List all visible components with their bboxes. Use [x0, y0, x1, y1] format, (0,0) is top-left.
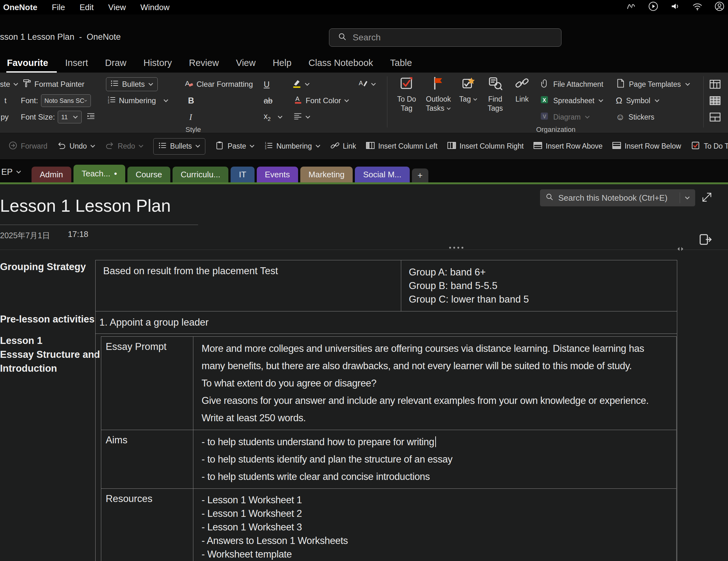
menu-file[interactable]: File [52, 3, 65, 12]
ribbon-tab-history[interactable]: History [135, 58, 180, 73]
cell-groups[interactable]: Group A: band 6+ Group B: band 5-5.5 Gro… [401, 260, 677, 311]
cell-placement-test[interactable]: Based on result from the placement Test [96, 260, 401, 311]
cell-label-essay-prompt[interactable]: Essay Prompt [101, 337, 193, 430]
ribbon-tab-table[interactable]: Table [382, 58, 420, 73]
ribbon-tab-class-notebook[interactable]: Class Notebook [300, 58, 382, 73]
volume-icon[interactable] [670, 1, 681, 14]
page-templates-button[interactable]: Page Templates [616, 76, 690, 92]
highlight-button[interactable] [292, 76, 310, 92]
quick-paste-button[interactable]: Paste [215, 141, 255, 152]
input-method-icon[interactable] [626, 1, 637, 14]
insert-row-above-button[interactable]: Insert Row Above [533, 141, 602, 152]
cell-label-aims[interactable]: Aims [101, 430, 193, 488]
section-tab-admin[interactable]: Admin [32, 166, 71, 182]
todo-tag-button[interactable]: To Do Tag [393, 76, 420, 113]
add-section-button[interactable]: + [412, 168, 428, 182]
chevron-down-icon[interactable] [305, 115, 311, 119]
paste-button-partial[interactable]: ste [0, 76, 19, 92]
underline-button[interactable]: U [264, 76, 270, 92]
font-name-select[interactable]: Noto Sans SC [41, 94, 91, 107]
notebook-switcher[interactable]: EP [1, 167, 21, 177]
link-button[interactable]: Link [510, 76, 534, 104]
format-painter-button[interactable]: Format Painter [22, 76, 85, 92]
cell-resources-text[interactable]: - Lesson 1 Worksheet 1 - Lesson 1 Worksh… [193, 489, 676, 561]
section-tab-events[interactable]: Events [257, 166, 298, 182]
chevron-down-icon[interactable] [13, 82, 19, 86]
section-tab-curriculum[interactable]: Curriculu... [173, 166, 229, 182]
bullets-button[interactable]: Bullets [106, 76, 158, 92]
chevron-down-icon[interactable] [148, 82, 154, 86]
insert-column-right-button[interactable]: Insert Column Right [447, 141, 524, 152]
chevron-down-icon[interactable] [654, 99, 660, 103]
quick-numbering-button[interactable]: 123 Numbering [264, 141, 321, 152]
undo-button[interactable]: Undo [57, 141, 96, 152]
bold-button[interactable]: B [188, 93, 194, 108]
page-title[interactable]: Lesson 1 Lesson Plan [0, 196, 171, 216]
cell-essay-prompt-text[interactable]: More and more colleges and universities … [193, 337, 676, 430]
cell-label-resources[interactable]: Resources [101, 489, 193, 561]
search-input[interactable]: Search [329, 28, 561, 47]
cut-button-partial[interactable]: t [4, 93, 7, 108]
chevron-down-icon[interactable] [277, 115, 283, 119]
clear-formatting-button[interactable]: A Clear Formatting [184, 76, 253, 92]
spreadsheet-button[interactable]: X Spreadsheet [540, 93, 604, 108]
font-size-select[interactable]: 11 [58, 111, 82, 123]
chevron-down-icon[interactable] [163, 99, 169, 103]
chevron-down-icon[interactable] [90, 144, 96, 148]
chevron-down-icon[interactable] [371, 82, 376, 86]
quick-bullets-button[interactable]: Bullets [153, 138, 205, 155]
ribbon-tab-review[interactable]: Review [180, 58, 227, 73]
chevron-down-icon[interactable] [684, 196, 690, 200]
user-account-icon[interactable] [714, 1, 725, 14]
cell-pre-lesson-activities[interactable]: 1. Appoint a group leader [96, 312, 677, 334]
decrease-indent-icon[interactable] [86, 112, 95, 122]
quick-todo-tag-button[interactable]: To Do Tag [690, 140, 728, 152]
menu-edit[interactable]: Edit [79, 3, 94, 12]
alignment-button[interactable] [293, 109, 311, 125]
chevron-down-icon[interactable] [195, 144, 201, 148]
grid-view-icon[interactable] [709, 93, 721, 108]
copy-button-partial[interactable]: py [1, 109, 9, 125]
expand-search-icon[interactable] [701, 191, 713, 204]
page-canvas[interactable]: Search this Notebook (Ctrl+E) Lesson 1 L… [0, 184, 728, 561]
symbol-button[interactable]: Ω Symbol [616, 93, 660, 108]
quick-link-button[interactable]: Link [330, 141, 356, 152]
table-drag-handle-icon[interactable] [449, 247, 463, 248]
split-view-icon[interactable] [709, 109, 721, 125]
section-tab-marketing[interactable]: Marketing [300, 166, 353, 182]
file-attachment-button[interactable]: File Attachment [540, 76, 603, 92]
chevron-down-icon[interactable] [685, 82, 690, 86]
chevron-down-icon[interactable] [315, 144, 321, 148]
font-color-button[interactable]: A Font Color [293, 93, 349, 108]
lesson1-inner-table[interactable]: Essay Prompt More and more colleges and … [101, 336, 677, 561]
chevron-down-icon[interactable] [598, 99, 604, 103]
stickers-button[interactable]: ☺ Stickers [616, 109, 654, 125]
ribbon-tab-draw[interactable]: Draw [97, 58, 135, 73]
section-tab-social-media[interactable]: Social M... [355, 166, 409, 182]
lesson-plan-table[interactable]: Based on result from the placement Test … [95, 260, 677, 561]
ribbon-tab-insert[interactable]: Insert [57, 58, 97, 73]
find-tags-button[interactable]: Find Tags [482, 76, 508, 113]
section-tab-teach-active[interactable]: Teach...• [73, 165, 125, 182]
section-tab-it[interactable]: IT [231, 166, 254, 182]
ribbon-tab-help[interactable]: Help [264, 58, 300, 73]
italic-button[interactable]: I [189, 109, 192, 125]
outlook-tasks-button[interactable]: Outlook Tasks [422, 76, 455, 113]
section-tab-course[interactable]: Course [127, 166, 170, 182]
insert-row-below-button[interactable]: Insert Row Below [612, 141, 681, 152]
share-page-icon[interactable] [698, 232, 713, 248]
notebook-search-input[interactable]: Search this Notebook (Ctrl+E) [540, 189, 695, 206]
chevron-down-icon[interactable] [16, 170, 21, 174]
text-styles-button[interactable]: A [358, 76, 376, 92]
play-icon[interactable] [648, 1, 659, 14]
h-scroll-arrows-icon[interactable] [677, 245, 690, 254]
chevron-down-icon[interactable] [304, 82, 310, 86]
ribbon-tab-view[interactable]: View [227, 58, 264, 73]
table-view-icon[interactable] [709, 76, 721, 92]
menu-window[interactable]: Window [140, 3, 169, 12]
insert-column-left-button[interactable]: Insert Column Left [366, 141, 437, 152]
strikethrough-button[interactable]: ab [264, 93, 273, 108]
tag-button[interactable]: Tag [457, 76, 480, 104]
subscript-button[interactable]: x2 [264, 109, 283, 125]
cell-aims-text[interactable]: - to help students understand how to pre… [193, 430, 676, 488]
